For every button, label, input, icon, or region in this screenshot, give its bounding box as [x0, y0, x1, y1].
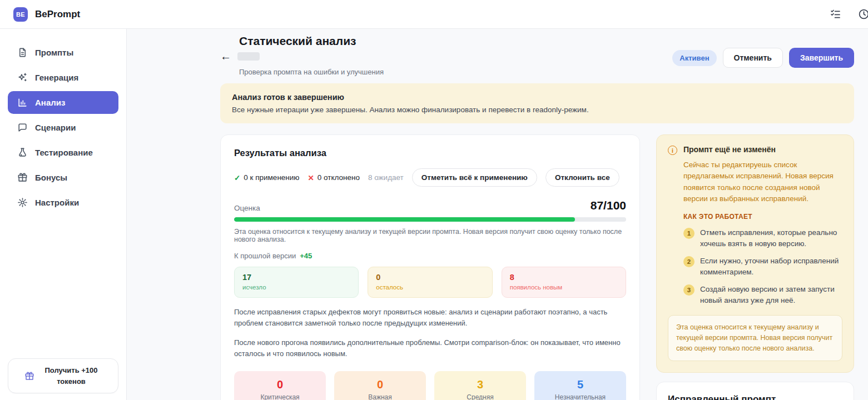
- bar-chart-icon: [17, 97, 28, 108]
- applied-stat: ✓ 0 к применению: [234, 173, 299, 182]
- info-panel-text: Сейчас ты редактируешь список предлагаем…: [683, 159, 842, 204]
- page-header: Статический анализ ← Проверка промпта на…: [220, 34, 854, 76]
- gear-icon: [17, 197, 28, 208]
- clock-icon[interactable]: [858, 8, 868, 20]
- sidebar: Промпты Генерация Анализ Сценарии Тестир…: [0, 29, 127, 400]
- get-tokens-label: Получить +100 токенов: [41, 365, 102, 387]
- score-label: Оценка: [234, 204, 260, 212]
- score-progress-track: [234, 217, 626, 222]
- app-logo: BE: [13, 7, 28, 22]
- mark-all-button[interactable]: Отметить всё к применению: [412, 168, 537, 187]
- prev-version-row: К прошлой версии+45: [234, 252, 626, 260]
- status-badge: Активен: [672, 50, 716, 66]
- sidebar-item-label: Генерация: [35, 73, 78, 82]
- rejected-stat: ✕ 0 отклонено: [307, 173, 360, 182]
- banner-text: Все нужные итерации уже завершены. Анали…: [232, 106, 842, 114]
- fixed-prompt-title: Исправленный промпт: [668, 394, 842, 400]
- sidebar-item-analysis[interactable]: Анализ: [8, 91, 118, 114]
- sidebar-item-label: Сценарии: [35, 123, 76, 132]
- sidebar-item-scenarios[interactable]: Сценарии: [8, 116, 118, 139]
- sidebar-item-testing[interactable]: Тестирование: [8, 141, 118, 164]
- how-step-3: 3 Создай новую версию и затем запусти но…: [683, 284, 842, 306]
- score-note: Эта оценка относится к текущему анализу …: [234, 228, 626, 243]
- results-title: Результаты анализа: [234, 148, 626, 158]
- score-progress-fill: [234, 217, 575, 222]
- severity-card-minor: 5 Незначительная: [534, 371, 626, 400]
- document-icon: [17, 47, 28, 58]
- comparison-card-new: 8 появилось новым: [502, 267, 626, 298]
- topbar: BE BePrompt: [0, 0, 868, 29]
- sidebar-item-label: Настройки: [35, 198, 79, 207]
- sidebar-item-label: Анализ: [35, 98, 65, 107]
- step-number: 2: [683, 256, 695, 267]
- comparison-card-remaining: 0 осталось: [368, 267, 492, 298]
- severity-card-major: 0 Важная: [334, 371, 426, 400]
- step-number: 3: [683, 284, 695, 296]
- severity-card-critical: 0 Критическая: [234, 371, 326, 400]
- reject-all-button[interactable]: Отклонить все: [545, 168, 619, 187]
- topbar-icons: [830, 8, 855, 20]
- sidebar-item-label: Тестирование: [35, 148, 93, 157]
- flask-icon: [17, 147, 28, 158]
- get-tokens-button[interactable]: Получить +100 токенов: [8, 358, 118, 393]
- loading-skeleton: [237, 52, 260, 61]
- how-step-1: 1 Отметь исправления, которые реально хо…: [683, 227, 842, 249]
- ready-banner: Анализ готов к завершению Все нужные ите…: [220, 83, 854, 123]
- results-paragraph-2: После нового прогона появились дополните…: [234, 337, 626, 359]
- how-it-works-title: КАК ЭТО РАБОТАЕТ: [683, 213, 842, 221]
- sidebar-item-prompts[interactable]: Промпты: [8, 41, 118, 64]
- sidebar-item-label: Бонусы: [35, 173, 67, 182]
- sidebar-item-label: Промпты: [35, 48, 73, 57]
- how-step-2: 2 Если нужно, уточни набор исправлений к…: [683, 256, 842, 277]
- cross-icon: ✕: [307, 173, 314, 182]
- severity-card-medium: 3 Средняя: [434, 371, 526, 400]
- chat-icon: [17, 122, 28, 133]
- comparison-card-disappeared: 17 исчезло: [234, 267, 359, 298]
- sidebar-item-generation[interactable]: Генерация: [8, 66, 118, 89]
- main-area: Статический анализ ← Проверка промпта на…: [127, 29, 868, 400]
- score-value: 87/100: [591, 199, 626, 212]
- banner-title: Анализ готов к завершению: [232, 93, 842, 102]
- page-title: Статический анализ: [239, 34, 384, 48]
- check-icon: ✓: [234, 173, 240, 182]
- info-panel-note: Эта оценка относится к текущему анализу …: [668, 315, 842, 361]
- brand-name: BePrompt: [35, 9, 80, 20]
- info-icon: i: [668, 146, 677, 155]
- fixed-prompt-card: Исправленный промпт Показать идеальный К…: [656, 382, 854, 400]
- info-panel-title: Промпт ещё не изменён: [683, 145, 776, 154]
- gift-icon: [17, 172, 28, 183]
- sparkles-icon: [17, 72, 28, 83]
- sidebar-item-settings[interactable]: Настройки: [8, 191, 118, 214]
- back-button[interactable]: ←: [220, 51, 231, 62]
- cancel-button[interactable]: Отменить: [723, 48, 783, 68]
- pending-stat: 8 ожидает: [368, 173, 404, 182]
- finish-button[interactable]: Завершить: [789, 48, 854, 68]
- prev-version-delta: +45: [300, 252, 312, 260]
- step-number: 1: [683, 228, 695, 239]
- results-paragraph-1: После исправления старых дефектов могут …: [234, 307, 626, 328]
- results-card: Результаты анализа ✓ 0 к применению ✕ 0 …: [220, 134, 640, 400]
- task-list-icon[interactable]: [830, 8, 841, 20]
- prompt-unchanged-panel: i Промпт ещё не изменён Сейчас ты редакт…: [656, 134, 854, 373]
- sidebar-item-bonuses[interactable]: Бонусы: [8, 166, 118, 189]
- page-subtitle: Проверка промпта на ошибки и улучшения: [239, 68, 384, 76]
- gift-icon: [24, 371, 34, 381]
